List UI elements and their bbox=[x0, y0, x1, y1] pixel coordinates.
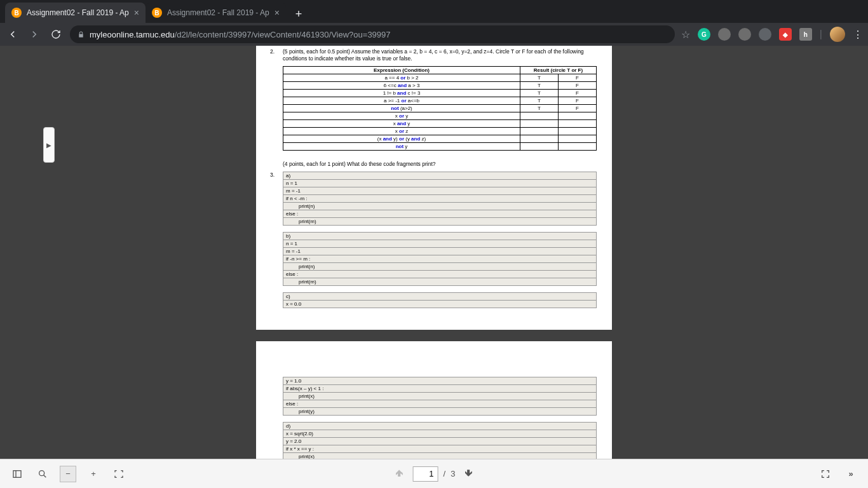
expression-cell: 6 <=c and a > 3 bbox=[283, 82, 520, 90]
code-line: print(m) bbox=[283, 278, 597, 286]
result-T: T bbox=[520, 74, 559, 82]
extension-icon[interactable] bbox=[718, 28, 731, 41]
code-line: m = -1 bbox=[283, 248, 597, 255]
sidebar-expand-handle[interactable]: ▶ bbox=[43, 127, 55, 163]
code-line: x = 0.0 bbox=[283, 301, 597, 308]
pdf-page-2: y = 1.0if abs(x – y) < 1 :print(x)else :… bbox=[256, 341, 612, 459]
reload-button[interactable] bbox=[48, 27, 64, 42]
page-number-input[interactable] bbox=[413, 466, 438, 482]
page-total: 3 bbox=[451, 469, 455, 478]
expression-cell: a >= -1 or a<=b bbox=[283, 97, 520, 105]
code-line: m = -1 bbox=[283, 187, 597, 195]
svg-point-2 bbox=[39, 470, 44, 475]
browser-tab-inactive[interactable]: B Assignment02 - Fall 2019 - Ap × bbox=[146, 3, 286, 23]
close-icon[interactable]: × bbox=[134, 8, 139, 18]
tab-title: Assignment02 - Fall 2019 - Ap bbox=[167, 8, 269, 17]
code-line: if n < -m : bbox=[283, 195, 597, 203]
extension-icon[interactable] bbox=[759, 28, 771, 41]
new-tab-button[interactable]: + bbox=[290, 5, 308, 23]
expression-cell: x and y bbox=[283, 120, 520, 128]
code-line: x = sqrt(2.0) bbox=[283, 430, 597, 438]
browser-tab-strip: B Assignment02 - Fall 2019 - Ap × B Assi… bbox=[0, 0, 868, 23]
code-line: print(y) bbox=[283, 408, 597, 416]
next-page-button[interactable]: 🡻 bbox=[460, 466, 477, 482]
expression-cell: x or z bbox=[283, 128, 520, 135]
search-button[interactable] bbox=[34, 466, 51, 482]
expression-cell: x or y bbox=[283, 112, 520, 120]
expression-cell: 1 != b and c != 3 bbox=[283, 90, 520, 97]
lock-icon bbox=[78, 31, 85, 38]
question-prompt: (4 points, each for 1 point) What do the… bbox=[283, 161, 597, 168]
code-line: print(n) bbox=[283, 203, 597, 210]
code-line: n = 1 bbox=[283, 180, 597, 187]
result-T bbox=[520, 128, 559, 135]
code-line: print(n) bbox=[283, 263, 597, 271]
toggle-sidebar-button[interactable] bbox=[9, 466, 25, 482]
forward-button[interactable] bbox=[27, 27, 42, 42]
code-block-c-cont: y = 1.0if abs(x – y) < 1 :print(x)else :… bbox=[283, 377, 597, 416]
question-prompt: (5 points, each for 0.5 point) Assume th… bbox=[283, 48, 597, 62]
url-bar[interactable]: myleoonline.tamuc.edu/d2l/le/content/399… bbox=[70, 25, 675, 43]
code-line: y = 2.0 bbox=[283, 438, 597, 445]
extension-adblock-icon[interactable]: ◆ bbox=[779, 28, 792, 41]
extension-grammarly-icon[interactable]: G bbox=[698, 28, 710, 41]
zoom-out-button[interactable]: − bbox=[60, 466, 76, 482]
code-block-d: d)x = sqrt(2.0)y = 2.0if x * x == y :pri… bbox=[283, 422, 597, 459]
more-tools-button[interactable]: » bbox=[843, 466, 859, 482]
code-line: if -n >= m : bbox=[283, 255, 597, 263]
zoom-in-button[interactable]: + bbox=[85, 466, 102, 482]
back-button[interactable] bbox=[5, 27, 20, 42]
code-block-c-start: c)x = 0.0 bbox=[283, 292, 597, 308]
extension-icon[interactable] bbox=[738, 28, 751, 41]
result-T bbox=[520, 143, 559, 151]
result-F bbox=[559, 120, 597, 128]
result-F bbox=[559, 112, 597, 120]
expression-cell: not y bbox=[283, 143, 520, 151]
pdf-toolbar: − + 🡹 / 3 🡻 » bbox=[0, 459, 868, 488]
favicon-icon: B bbox=[152, 8, 162, 18]
expression-cell: (x and y) or (y and z) bbox=[283, 135, 520, 143]
result-F: F bbox=[559, 105, 597, 112]
code-line: print(x) bbox=[283, 453, 597, 459]
table-header: Expression (Condition) bbox=[283, 67, 520, 74]
code-line: else : bbox=[283, 210, 597, 218]
result-T: T bbox=[520, 90, 559, 97]
avatar[interactable] bbox=[830, 27, 845, 42]
question-number: 2. bbox=[270, 48, 275, 55]
close-icon[interactable]: × bbox=[275, 8, 280, 18]
result-T: T bbox=[520, 82, 559, 90]
zoom-auto-button[interactable] bbox=[111, 466, 127, 482]
menu-button[interactable]: ⋮ bbox=[853, 29, 863, 41]
expression-cell: a == 4 or b > 2 bbox=[283, 74, 520, 82]
tab-title: Assignment02 - Fall 2019 - Ap bbox=[27, 8, 129, 17]
question-number: 3. bbox=[270, 172, 275, 178]
result-T bbox=[520, 120, 559, 128]
result-T: T bbox=[520, 97, 559, 105]
result-T bbox=[520, 112, 559, 120]
favicon-icon: B bbox=[11, 8, 22, 18]
browser-tab-active[interactable]: B Assignment02 - Fall 2019 - Ap × bbox=[5, 3, 146, 23]
code-line: print(x) bbox=[283, 393, 597, 400]
code-line: n = 1 bbox=[283, 240, 597, 248]
result-F bbox=[559, 135, 597, 143]
pdf-page-1: 2. (5 points, each for 0.5 point) Assume… bbox=[256, 46, 612, 330]
code-line: print(m) bbox=[283, 218, 597, 226]
code-line: if x * x == y : bbox=[283, 445, 597, 453]
content-viewport: ▶ 2. (5 points, each for 0.5 point) Assu… bbox=[0, 46, 868, 459]
code-line: else : bbox=[283, 271, 597, 278]
result-F bbox=[559, 128, 597, 135]
code-line: y = 1.0 bbox=[283, 377, 597, 385]
result-F: F bbox=[559, 90, 597, 97]
result-T: T bbox=[520, 105, 559, 112]
prev-page-button[interactable]: 🡹 bbox=[391, 466, 408, 482]
star-icon[interactable]: ☆ bbox=[681, 29, 690, 41]
table-header: Result (circle T or F) bbox=[520, 67, 597, 74]
code-line: if abs(x – y) < 1 : bbox=[283, 385, 597, 393]
extension-icon[interactable]: h bbox=[799, 28, 812, 41]
svg-line-3 bbox=[44, 475, 46, 477]
result-F: F bbox=[559, 82, 597, 90]
fullscreen-button[interactable] bbox=[817, 466, 834, 482]
expression-cell: not (a>2) bbox=[283, 105, 520, 112]
page-sep: / bbox=[444, 469, 446, 478]
code-line: else : bbox=[283, 400, 597, 408]
